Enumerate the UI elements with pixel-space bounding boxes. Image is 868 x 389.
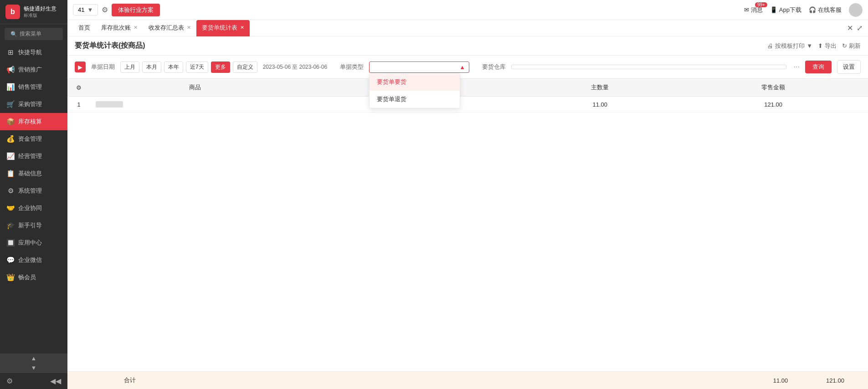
message-button[interactable]: ✉ 消息 99+	[744, 6, 763, 14]
tab-inventory-batch[interactable]: 库存批次账 ✕	[96, 20, 143, 36]
main-area: 41 ▼ ⚙ 体验行业方案 ✉ 消息 99+ 📱 App下载 🎧 在线客服	[67, 0, 868, 389]
app-download-button[interactable]: 📱 App下载	[770, 6, 801, 14]
tab-receipts-summary[interactable]: 收发存汇总表 ✕	[143, 20, 196, 36]
tab-close-inventory-batch[interactable]: ✕	[134, 25, 138, 31]
topbar-left: 41 ▼ ⚙ 体验行业方案	[73, 4, 160, 16]
page-content: 要货单统计表(按商品) 🖨 按模板打印 ▼ ⬆ 导出 ↻ 刷新	[67, 36, 868, 389]
type-filter-input[interactable]: ▲	[369, 61, 469, 73]
table-footer: 合计 11.00 121.00	[67, 371, 868, 389]
page-actions: 🖨 按模板打印 ▼ ⬆ 导出 ↻ 刷新	[767, 42, 861, 50]
topbar-gear-icon[interactable]: ⚙	[102, 5, 108, 14]
sidebar-logo: b 畅捷通好生意 标准版	[0, 0, 67, 24]
more-dates-btn[interactable]: 更多	[211, 61, 230, 73]
settings-column-header[interactable]: ⚙	[67, 79, 90, 97]
last-month-btn[interactable]: 上月	[120, 61, 139, 73]
footer-amount: 121.00	[808, 377, 863, 384]
filter-expand-button[interactable]: ▶	[75, 61, 86, 72]
company-selector[interactable]: 41 ▼	[73, 4, 98, 15]
online-service-button[interactable]: 🎧 在线客服	[809, 6, 842, 14]
sidebar-item-inventory[interactable]: 📦 库存核算	[0, 113, 67, 130]
date-range-display: 2023-05-06 至 2023-06-06	[263, 63, 327, 71]
finance-icon: 💰	[6, 135, 15, 143]
sidebar-item-cooperation[interactable]: 🤝 企业协同	[0, 200, 67, 217]
query-button[interactable]: 查询	[805, 61, 832, 73]
qty-column-header: 主数量	[521, 79, 678, 97]
sidebar-item-sales[interactable]: 📊 销售管理	[0, 78, 67, 96]
sidebar-item-wechat[interactable]: 💬 企业微信	[0, 251, 67, 269]
filter-bar: ▶ 单据日期 上月 本月 本年 近7天 更多 自定义 2023-05-06 至 …	[67, 56, 868, 79]
purchase-icon: 🛒	[6, 100, 15, 108]
marketing-icon: 📢	[6, 66, 15, 74]
sidebar-item-guide[interactable]: 🎓 新手引导	[0, 217, 67, 234]
dropdown-item-2[interactable]: 要货单退货	[370, 91, 460, 108]
sidebar-item-app-center[interactable]: 🔲 应用中心	[0, 234, 67, 251]
this-year-btn[interactable]: 本年	[164, 61, 183, 73]
tab-order-stats[interactable]: 要货单统计表 ✕	[196, 20, 250, 36]
app-logo-text: 畅捷通好生意 标准版	[24, 5, 56, 19]
operations-icon: 📈	[6, 152, 15, 160]
export-icon: ⬆	[818, 42, 823, 49]
wechat-icon: 💬	[6, 256, 15, 264]
export-button[interactable]: ⬆ 导出	[818, 42, 837, 50]
quick-nav-icon: ⊞	[6, 48, 15, 56]
page-title: 要货单统计表(按商品)	[75, 41, 145, 51]
print-arrow-icon: ▼	[806, 42, 812, 49]
sales-icon: 📊	[6, 83, 15, 91]
sidebar-item-finance[interactable]: 💰 资金管理	[0, 130, 67, 148]
print-button[interactable]: 🖨 按模板打印 ▼	[767, 42, 812, 50]
sidebar-item-basic-info[interactable]: 📋 基础信息	[0, 165, 67, 182]
guide-icon: 🎓	[6, 221, 15, 230]
data-table-container: ⚙ 商品 主计量单位 主数量 零售金额 1 块 1	[67, 79, 868, 371]
warehouse-filter-input[interactable]	[511, 65, 786, 69]
row-qty: 11.00	[521, 97, 678, 113]
sidebar-item-system[interactable]: ⚙ 系统管理	[0, 182, 67, 200]
more-filters-icon[interactable]: ···	[794, 63, 800, 71]
selector-arrow-icon: ▼	[87, 6, 93, 13]
message-icon: ✉	[744, 6, 749, 13]
inventory-icon: 📦	[6, 118, 15, 126]
message-badge: 99+	[755, 2, 767, 7]
sidebar-scroll-down[interactable]: ▼	[0, 363, 67, 373]
table-row: 1 块 11.00 121.00	[67, 97, 868, 113]
tab-close-receipts[interactable]: ✕	[187, 25, 191, 31]
cooperation-icon: 🤝	[6, 204, 15, 212]
vip-icon: 👑	[6, 273, 15, 282]
trial-industry-button[interactable]: 体验行业方案	[112, 4, 160, 16]
close-all-tabs-icon[interactable]: ✕	[847, 24, 853, 32]
settings-button[interactable]: 设置	[837, 60, 861, 74]
type-filter-arrow-icon: ▲	[459, 64, 465, 71]
sidebar-item-operations[interactable]: 📈 经营管理	[0, 148, 67, 165]
row-amount: 121.00	[678, 97, 868, 113]
app-logo-icon: b	[5, 5, 20, 19]
sidebar-nav: ⊞ 快捷导航 📢 营销推广 📊 销售管理 🛒 采购管理 📦 库存核算 💰 资金管…	[0, 44, 67, 353]
sidebar-item-purchase[interactable]: 🛒 采购管理	[0, 96, 67, 113]
type-dropdown: 要货单要货 要货单退货	[369, 73, 460, 108]
app-download-icon: 📱	[770, 6, 777, 13]
data-table: ⚙ 商品 主计量单位 主数量 零售金额 1 块 1	[67, 79, 868, 113]
sidebar-bottom: ⚙ ◀◀	[0, 373, 67, 389]
sidebar-item-quick-nav[interactable]: ⊞ 快捷导航	[0, 44, 67, 61]
refresh-icon: ↻	[842, 42, 847, 49]
last-7-days-btn[interactable]: 近7天	[186, 61, 208, 73]
user-avatar[interactable]	[849, 3, 863, 17]
sidebar-item-marketing[interactable]: 📢 营销推广	[0, 61, 67, 78]
sidebar-item-vip[interactable]: 👑 畅会员	[0, 269, 67, 286]
footer-label: 合计	[73, 376, 164, 384]
custom-date-btn[interactable]: 自定义	[233, 61, 257, 73]
search-icon: 🔍	[10, 31, 17, 37]
tab-home[interactable]: 首页	[73, 20, 96, 36]
expand-tabs-icon[interactable]: ⤢	[857, 24, 863, 32]
refresh-button[interactable]: ↻ 刷新	[842, 42, 861, 50]
topbar: 41 ▼ ⚙ 体验行业方案 ✉ 消息 99+ 📱 App下载 🎧 在线客服	[67, 0, 868, 20]
tab-close-order-stats[interactable]: ✕	[240, 25, 244, 31]
this-month-btn[interactable]: 本月	[142, 61, 161, 73]
settings-gear-icon[interactable]: ⚙	[6, 377, 13, 385]
sidebar-scroll-up[interactable]: ▲	[0, 353, 67, 363]
system-icon: ⚙	[6, 187, 15, 195]
table-header-row: ⚙ 商品 主计量单位 主数量 零售金额	[67, 79, 868, 97]
sidebar-search[interactable]: 🔍 搜索菜单	[5, 28, 63, 40]
page-header: 要货单统计表(按商品) 🖨 按模板打印 ▼ ⬆ 导出 ↻ 刷新	[67, 36, 868, 56]
collapse-icon[interactable]: ◀◀	[50, 377, 61, 385]
type-filter-wrapper: ▲ 要货单要货 要货单退货	[369, 61, 469, 73]
dropdown-item-1[interactable]: 要货单要货	[370, 73, 460, 91]
